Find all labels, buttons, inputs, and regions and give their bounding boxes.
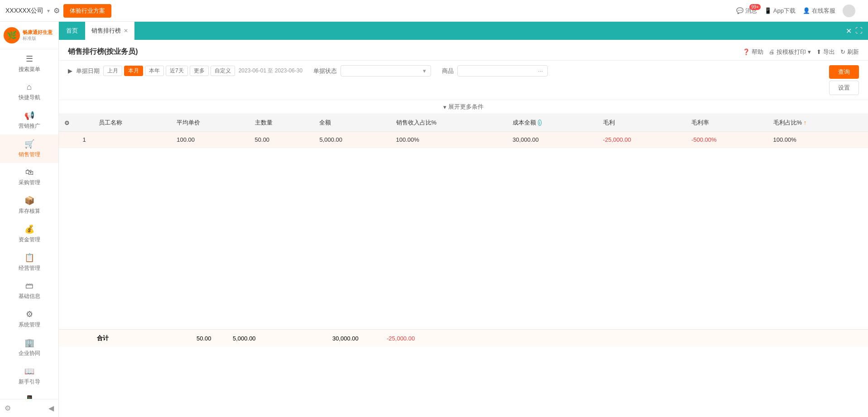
date-btn-this-year[interactable]: 本年 bbox=[145, 66, 164, 76]
cell-rank: 1 bbox=[75, 132, 93, 148]
date-btn-this-month[interactable]: 本月 bbox=[124, 66, 143, 76]
settings-button[interactable]: 设置 bbox=[829, 81, 859, 95]
date-btn-7days[interactable]: 近7天 bbox=[166, 66, 188, 76]
date-btn-group: 上月 本月 本年 近7天 更多 自定义 bbox=[103, 66, 235, 76]
filter-arrow-btn[interactable]: ▶ bbox=[68, 67, 72, 74]
table-spacer bbox=[59, 148, 868, 329]
sidebar-item-system[interactable]: ⚙ 系统管理 bbox=[0, 305, 58, 333]
cell-name bbox=[93, 132, 171, 148]
goods-input[interactable]: ··· bbox=[457, 65, 548, 77]
sidebar-item-search-menu[interactable]: ☰ 搜索菜单 bbox=[0, 49, 58, 78]
sidebar-item-basic-info[interactable]: 🗃 基础信息 bbox=[0, 277, 58, 305]
print-btn[interactable]: 🖨 按模板打印 ▾ bbox=[769, 48, 811, 56]
sidebar-label-newbie: 新手引导 bbox=[19, 378, 40, 386]
cell-qty: 50.00 bbox=[249, 132, 314, 148]
tab-close-window-btn[interactable]: ✕ bbox=[846, 27, 852, 35]
header-actions: ❓ 帮助 🖨 按模板打印 ▾ ⬆ 导出 bbox=[743, 48, 859, 56]
sort-icon[interactable]: ↑ bbox=[804, 119, 807, 126]
tab-restore-btn[interactable]: ⛶ bbox=[855, 27, 863, 35]
status-select[interactable]: ▾ bbox=[340, 65, 431, 77]
export-icon: ⬆ bbox=[816, 48, 821, 55]
sidebar-label-quick-nav: 快捷导航 bbox=[19, 94, 40, 101]
app-center-icon: 📱 bbox=[24, 395, 34, 399]
sidebar-item-newbie[interactable]: 📖 新手引导 bbox=[0, 362, 58, 390]
online-service-btn[interactable]: 👤 在线客服 bbox=[803, 7, 835, 15]
company-select-arrow[interactable]: ▾ bbox=[47, 8, 50, 14]
export-label: 导出 bbox=[823, 48, 835, 56]
sidebar-label-system: 系统管理 bbox=[19, 321, 40, 329]
table-row: 1 100.00 50.00 5,000.00 100.00% 30,000.0… bbox=[59, 132, 868, 148]
sidebar: 🌿 畅康通好生意 标准版 ☰ 搜索菜单 ⌂ 快捷导航 📢 营销推 bbox=[0, 22, 59, 417]
cell-settings bbox=[59, 132, 75, 148]
sidebar-item-inventory[interactable]: 📦 库存核算 bbox=[0, 191, 58, 220]
sidebar-item-enterprise[interactable]: 🏢 企业协同 bbox=[0, 333, 58, 362]
th-name: 员工名称 bbox=[93, 114, 171, 132]
tab-close-icon[interactable]: ✕ bbox=[124, 28, 128, 34]
status-label: 单据状态 bbox=[313, 67, 337, 75]
sidebar-item-app-center[interactable]: 📱 应用中心 bbox=[0, 390, 58, 399]
tab-bar: 首页 销售排行榜 ✕ ✕ ⛶ bbox=[59, 22, 868, 40]
help-label: 帮助 bbox=[752, 48, 763, 56]
refresh-label: 刷新 bbox=[847, 48, 859, 56]
page-content: 销售排行榜(按业务员) ❓ 帮助 🖨 按模板打印 ▾ bbox=[59, 40, 868, 417]
system-icon: ⚙ bbox=[26, 309, 33, 319]
avatar[interactable] bbox=[843, 5, 855, 17]
help-icon: ❓ bbox=[743, 48, 750, 55]
filter-right-btns: 查询 设置 bbox=[829, 65, 859, 95]
filter-row-1: ▶ 单据日期 上月 本月 本年 近7天 更多 自定义 bbox=[68, 65, 548, 77]
message-area[interactable]: 💬 消息 99+ bbox=[736, 7, 757, 15]
trial-button[interactable]: 体验行业方案 bbox=[63, 4, 111, 18]
app-download-btn[interactable]: 📱 App下载 bbox=[764, 7, 796, 15]
table-container: ⚙ 员工名称 平均单价 主数量 全额 销售收入占比% 成本全额 i 毛利 bbox=[59, 114, 868, 148]
sidebar-label-inventory: 库存核算 bbox=[19, 207, 40, 215]
sidebar-item-finance[interactable]: 💰 资金管理 bbox=[0, 220, 58, 248]
sidebar-item-purchase[interactable]: 🛍 采购管理 bbox=[0, 163, 58, 191]
sidebar-label-purchase: 采购管理 bbox=[19, 179, 40, 187]
expand-btn[interactable]: ▾ 展开更多条件 bbox=[443, 103, 484, 111]
sales-icon: 🛒 bbox=[24, 139, 34, 149]
sidebar-item-quick-nav[interactable]: ⌂ 快捷导航 bbox=[0, 78, 58, 106]
top-bar: XXXXXX公司 ▾ ⚙ 体验行业方案 💬 消息 99+ 📱 App下载 👤 在… bbox=[0, 0, 868, 22]
sidebar-collapse-icon[interactable]: ◀ bbox=[48, 404, 54, 412]
quick-nav-icon: ⌂ bbox=[27, 82, 32, 92]
filter-left: ▶ 单据日期 上月 本月 本年 近7天 更多 自定义 bbox=[68, 65, 548, 77]
cell-amount: 5,000.00 bbox=[314, 132, 390, 148]
sidebar-item-operations[interactable]: 📋 经营管理 bbox=[0, 248, 58, 277]
total-cost-cell: 30,000.00 bbox=[327, 335, 381, 342]
date-btn-last-month[interactable]: 上月 bbox=[103, 66, 122, 76]
tab-home[interactable]: 首页 bbox=[59, 22, 85, 40]
message-badge: 99+ bbox=[749, 4, 761, 10]
cell-sales-pct: 100.00% bbox=[391, 132, 507, 148]
tab-home-label: 首页 bbox=[66, 27, 78, 35]
sidebar-settings-icon[interactable]: ⚙ bbox=[5, 404, 11, 412]
goods-more-icon[interactable]: ··· bbox=[538, 67, 543, 74]
app-container: XXXXXX公司 ▾ ⚙ 体验行业方案 💬 消息 99+ 📱 App下载 👤 在… bbox=[0, 0, 868, 417]
date-btn-custom[interactable]: 自定义 bbox=[211, 66, 235, 76]
date-range: 2023-06-01 至 2023-06-30 bbox=[239, 67, 302, 75]
message-icon: 💬 bbox=[736, 7, 743, 14]
content-area: 首页 销售排行榜 ✕ ✕ ⛶ 销售排行榜(按业务员) bbox=[59, 22, 868, 417]
total-profit-cell: -25,000.00 bbox=[381, 335, 427, 342]
export-btn[interactable]: ⬆ 导出 bbox=[816, 48, 835, 56]
sidebar-item-marketing[interactable]: 📢 营销推广 bbox=[0, 106, 58, 134]
sidebar-label-finance: 资金管理 bbox=[19, 236, 40, 244]
sidebar-item-sales[interactable]: 🛒 销售管理 bbox=[0, 134, 58, 163]
newbie-icon: 📖 bbox=[24, 366, 34, 376]
query-button[interactable]: 查询 bbox=[829, 65, 859, 79]
date-btn-more[interactable]: 更多 bbox=[190, 66, 209, 76]
top-bar-right: 💬 消息 99+ 📱 App下载 👤 在线客服 bbox=[736, 5, 863, 17]
th-cost: 成本全额 i bbox=[507, 114, 598, 132]
refresh-btn[interactable]: ↻ 刷新 bbox=[840, 48, 859, 56]
help-btn[interactable]: ❓ 帮助 bbox=[743, 48, 763, 56]
th-profit-rate: 毛利率 bbox=[686, 114, 768, 132]
th-settings[interactable]: ⚙ bbox=[59, 114, 75, 132]
th-profit-pct: 毛利占比% ↑ bbox=[768, 114, 868, 132]
basic-info-icon: 🗃 bbox=[25, 281, 34, 291]
print-dropdown-icon[interactable]: ▾ bbox=[808, 48, 811, 55]
th-rank bbox=[75, 114, 93, 132]
cell-avg-price: 100.00 bbox=[171, 132, 249, 148]
finance-icon: 💰 bbox=[24, 224, 34, 234]
settings-icon[interactable]: ⚙ bbox=[53, 6, 60, 15]
cell-profit-pct: 100.00% bbox=[768, 132, 868, 148]
tab-sales-rank[interactable]: 销售排行榜 ✕ bbox=[85, 22, 134, 40]
